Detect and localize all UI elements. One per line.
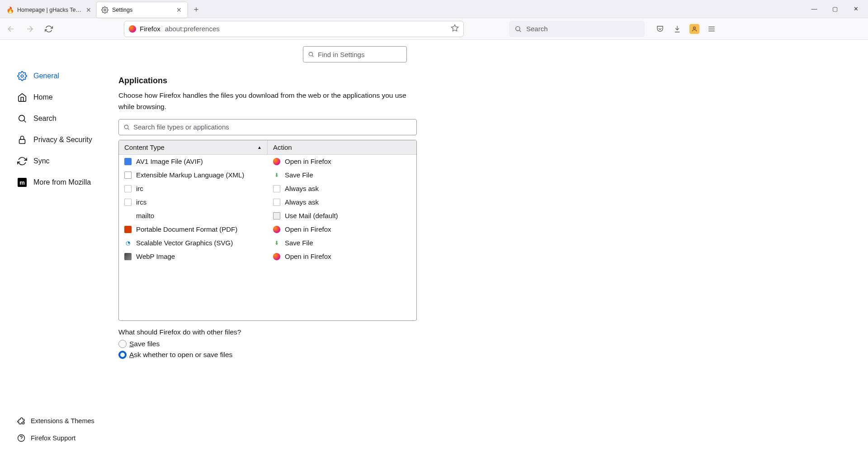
sidebar-item-label: Search: [33, 114, 57, 123]
svg-point-4: [21, 75, 24, 77]
minimize-button[interactable]: —: [804, 0, 825, 18]
cell-type: WebP Image: [119, 253, 268, 260]
app-search-placeholder: Search file types or applications: [133, 123, 229, 131]
sidebar-item-label: Extensions & Themes: [31, 417, 94, 425]
cell-action[interactable]: Open in Firefox: [268, 225, 416, 233]
action-label: Use Mail (default): [285, 212, 338, 219]
action-label: Save File: [285, 171, 313, 179]
sidebar-item-general[interactable]: General: [13, 67, 109, 85]
table-row[interactable]: AV1 Image File (AVIF)Open in Firefox: [119, 155, 416, 168]
back-button[interactable]: [4, 22, 18, 36]
column-header-type[interactable]: Content Type ▲: [119, 140, 268, 154]
sync-icon: [17, 156, 27, 166]
tab-title: Settings: [112, 7, 172, 13]
table-row[interactable]: mailtoUse Mail (default): [119, 209, 416, 223]
cell-action[interactable]: Always ask: [268, 185, 416, 192]
pocket-button[interactable]: [653, 22, 667, 36]
close-icon[interactable]: ✕: [175, 6, 183, 14]
identity-box[interactable]: Firefox: [129, 25, 160, 33]
column-header-action[interactable]: Action: [268, 140, 416, 154]
sidebar-item-label: Sync: [33, 157, 50, 165]
menu-button[interactable]: [704, 22, 719, 36]
table-body: AV1 Image File (AVIF)Open in FirefoxExte…: [119, 155, 416, 263]
sort-ascending-icon: ▲: [257, 145, 262, 150]
table-row[interactable]: Extensible Markup Language (XML)⬇Save Fi…: [119, 168, 416, 182]
action-label: Always ask: [285, 185, 319, 192]
section-description: Choose how Firefox handles the files you…: [118, 90, 417, 113]
cell-type: Portable Document Format (PDF): [119, 225, 268, 233]
radio-ask-files[interactable]: Ask whether to open or save files: [118, 351, 417, 359]
search-bar[interactable]: Search: [509, 21, 645, 37]
section-heading: Applications: [118, 76, 417, 86]
table-row[interactable]: ircsAlways ask: [119, 196, 416, 209]
applications-table: Content Type ▲ Action AV1 Image File (AV…: [118, 140, 417, 321]
table-row[interactable]: ircAlways ask: [119, 182, 416, 196]
toolbar-icons: [653, 22, 719, 36]
action-label: Open in Firefox: [285, 157, 331, 165]
radio-save-files[interactable]: Save files: [118, 340, 417, 348]
applications-section: Applications Choose how Firefox handles …: [118, 76, 417, 359]
table-header: Content Type ▲ Action: [119, 140, 416, 155]
action-label: Open in Firefox: [285, 253, 331, 260]
radio-label: Ask whether to open or save files: [129, 351, 232, 359]
maximize-button[interactable]: ▢: [825, 0, 845, 18]
type-label: WebP Image: [136, 253, 175, 260]
sidebar-item-more[interactable]: m More from Mozilla: [13, 173, 109, 191]
url-bar[interactable]: Firefox about:preferences: [124, 21, 464, 37]
tab-settings[interactable]: Settings ✕: [97, 2, 187, 18]
cell-action[interactable]: ⬇Save File: [268, 239, 416, 247]
bookmark-star-icon[interactable]: [451, 24, 459, 33]
search-icon: [17, 114, 27, 124]
sidebar-item-label: General: [33, 72, 59, 80]
sidebar-item-search[interactable]: Search: [13, 110, 109, 128]
sidebar-item-privacy[interactable]: Privacy & Security: [13, 131, 109, 149]
type-label: Extensible Markup Language (XML): [136, 171, 244, 179]
puzzle-icon: [17, 417, 25, 425]
tab-ghacks[interactable]: 🔥 Homepage | gHacks Technolog ✕: [2, 2, 97, 18]
sidebar-item-label: Home: [33, 93, 53, 101]
downloads-button[interactable]: [670, 22, 684, 36]
close-window-button[interactable]: ✕: [845, 0, 866, 18]
mozilla-icon: m: [17, 177, 27, 187]
settings-page: General Home Search Privacy & Security S…: [0, 40, 868, 458]
svg-point-5: [19, 115, 25, 121]
cell-action[interactable]: Always ask: [268, 198, 416, 206]
cell-type: AV1 Image File (AVIF): [119, 157, 268, 165]
sidebar-item-label: Firefox Support: [31, 434, 75, 442]
fire-icon: 🔥: [6, 6, 14, 14]
find-in-settings-input[interactable]: Find in Settings: [303, 46, 407, 62]
sidebar-item-extensions[interactable]: Extensions & Themes: [13, 413, 109, 429]
table-row[interactable]: ◔Scalable Vector Graphics (SVG)⬇Save Fil…: [119, 236, 416, 250]
gear-icon: [101, 6, 108, 14]
type-label: ircs: [136, 198, 146, 206]
close-icon[interactable]: ✕: [85, 6, 92, 14]
cell-action[interactable]: ⬇Save File: [268, 171, 416, 179]
search-icon: [514, 25, 522, 33]
url-text: about:preferences: [165, 25, 220, 33]
forward-button[interactable]: [23, 22, 37, 36]
sidebar-item-sync[interactable]: Sync: [13, 152, 109, 170]
table-row[interactable]: WebP ImageOpen in Firefox: [119, 250, 416, 263]
svg-point-2: [516, 26, 520, 30]
search-icon: [308, 51, 314, 57]
help-icon: [17, 434, 25, 442]
type-label: Scalable Vector Graphics (SVG): [136, 239, 233, 247]
column-label: Content Type: [124, 143, 165, 151]
cell-action[interactable]: Use Mail (default): [268, 212, 416, 219]
cell-action[interactable]: Open in Firefox: [268, 253, 416, 260]
table-row[interactable]: Portable Document Format (PDF)Open in Fi…: [119, 223, 416, 236]
cell-type: irc: [119, 185, 268, 192]
avatar-icon: [689, 24, 699, 34]
reload-button[interactable]: [42, 22, 56, 36]
sidebar: General Home Search Privacy & Security S…: [0, 40, 109, 458]
svg-point-3: [693, 27, 696, 29]
sidebar-item-home[interactable]: Home: [13, 88, 109, 106]
column-label: Action: [273, 143, 292, 151]
account-button[interactable]: [687, 22, 702, 36]
firefox-icon: [129, 25, 136, 33]
new-tab-button[interactable]: ＋: [190, 3, 203, 15]
sidebar-item-support[interactable]: Firefox Support: [13, 430, 109, 446]
cell-action[interactable]: Open in Firefox: [268, 157, 416, 165]
app-search-input[interactable]: Search file types or applications: [118, 119, 417, 135]
window-controls: — ▢ ✕: [804, 0, 866, 18]
